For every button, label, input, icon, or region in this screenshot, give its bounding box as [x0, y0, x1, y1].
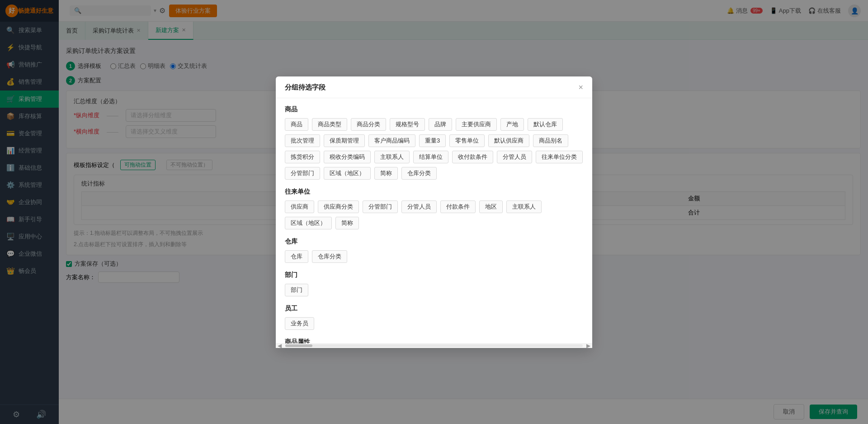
field-tag-0-8[interactable]: 批次管理: [285, 134, 320, 147]
field-tag-1-3[interactable]: 分管人员: [401, 200, 437, 213]
field-tag-0-7[interactable]: 默认仓库: [528, 118, 563, 131]
field-tag-0-14[interactable]: 商品别名: [533, 134, 568, 147]
field-tag-1-1[interactable]: 供应商分类: [318, 200, 359, 213]
modal-close-button[interactable]: ×: [578, 83, 583, 92]
field-tag-0-2[interactable]: 商品分类: [351, 118, 386, 131]
field-tag-0-4[interactable]: 品牌: [429, 118, 452, 131]
field-tag-0-0[interactable]: 商品: [285, 118, 308, 131]
modal-body: 商品商品商品类型商品分类规格型号品牌主要供应商产地默认仓库批次管理保质期管理客户…: [276, 98, 592, 343]
field-tags-2: 仓库仓库分类: [285, 250, 583, 263]
field-tag-0-13[interactable]: 默认供应商: [488, 134, 529, 147]
modal: 分组待选字段 × 商品商品商品类型商品分类规格型号品牌主要供应商产地默认仓库批次…: [276, 76, 592, 348]
field-tags-1: 供应商供应商分类分管部门分管人员付款条件地区主联系人区域（地区）简称: [285, 200, 583, 229]
field-tag-1-2[interactable]: 分管部门: [363, 200, 398, 213]
field-tag-2-0[interactable]: 仓库: [285, 250, 308, 263]
field-tags-3: 部门: [285, 284, 583, 296]
field-tag-0-15[interactable]: 拣货积分: [285, 151, 320, 163]
field-section-5: 商品属性属性颜色多规格尺码鞋码1: [285, 338, 583, 343]
field-tag-0-16[interactable]: 税收分类编码: [324, 151, 371, 163]
hscroll-left-arrow[interactable]: ◀: [276, 343, 283, 349]
field-tag-1-5[interactable]: 地区: [479, 200, 503, 213]
hscroll-right-arrow[interactable]: ▶: [585, 343, 592, 349]
field-tag-0-21[interactable]: 往来单位分类: [536, 151, 583, 163]
modal-title: 分组待选字段: [285, 83, 326, 92]
section-title-5: 商品属性: [285, 338, 583, 343]
hscroll-thumb: [285, 344, 312, 347]
field-tag-1-6[interactable]: 主联系人: [506, 200, 542, 213]
modal-overlay: 分组待选字段 × 商品商品商品类型商品分类规格型号品牌主要供应商产地默认仓库批次…: [0, 0, 868, 424]
field-tag-0-18[interactable]: 结算单位: [413, 151, 448, 163]
field-section-3: 部门部门: [285, 271, 583, 296]
section-title-1: 往来单位: [285, 188, 583, 196]
field-tag-0-5[interactable]: 主要供应商: [456, 118, 497, 131]
field-tag-0-19[interactable]: 收付款条件: [452, 151, 493, 163]
field-tag-0-12[interactable]: 零售单位: [449, 134, 485, 147]
field-section-2: 仓库仓库仓库分类: [285, 238, 583, 263]
field-tag-4-0[interactable]: 业务员: [285, 317, 314, 330]
field-tag-1-8[interactable]: 简称: [335, 217, 359, 229]
field-tag-1-0[interactable]: 供应商: [285, 200, 314, 213]
section-title-3: 部门: [285, 271, 583, 279]
field-tag-2-1[interactable]: 仓库分类: [312, 250, 347, 263]
hscroll-track: [285, 344, 583, 347]
field-tag-0-25[interactable]: 仓库分类: [401, 167, 437, 180]
field-tag-3-0[interactable]: 部门: [285, 284, 308, 296]
section-title-0: 商品: [285, 105, 583, 114]
field-tag-0-17[interactable]: 主联系人: [374, 151, 410, 163]
field-tag-0-3[interactable]: 规格型号: [390, 118, 425, 131]
field-section-0: 商品商品商品类型商品分类规格型号品牌主要供应商产地默认仓库批次管理保质期管理客户…: [285, 105, 583, 180]
field-tag-0-1[interactable]: 商品类型: [312, 118, 347, 131]
field-section-4: 员工业务员: [285, 305, 583, 330]
field-tag-0-11[interactable]: 重量3: [419, 134, 446, 147]
field-tag-0-20[interactable]: 分管人员: [497, 151, 532, 163]
section-title-4: 员工: [285, 305, 583, 313]
modal-hscroll: ◀ ▶: [276, 343, 592, 348]
section-title-2: 仓库: [285, 238, 583, 246]
field-tag-0-24[interactable]: 简称: [374, 167, 398, 180]
field-tag-1-7[interactable]: 区域（地区）: [285, 217, 332, 229]
field-tag-1-4[interactable]: 付款条件: [440, 200, 476, 213]
field-tags-0: 商品商品类型商品分类规格型号品牌主要供应商产地默认仓库批次管理保质期管理客户商品…: [285, 118, 583, 180]
field-tag-0-10[interactable]: 客户商品编码: [368, 134, 415, 147]
field-section-1: 往来单位供应商供应商分类分管部门分管人员付款条件地区主联系人区域（地区）简称: [285, 188, 583, 229]
field-tag-0-23[interactable]: 区域（地区）: [324, 167, 371, 180]
modal-header: 分组待选字段 ×: [276, 76, 592, 98]
field-tag-0-22[interactable]: 分管部门: [285, 167, 320, 180]
field-tag-0-6[interactable]: 产地: [500, 118, 524, 131]
field-tag-0-9[interactable]: 保质期管理: [324, 134, 365, 147]
field-tags-4: 业务员: [285, 317, 583, 330]
